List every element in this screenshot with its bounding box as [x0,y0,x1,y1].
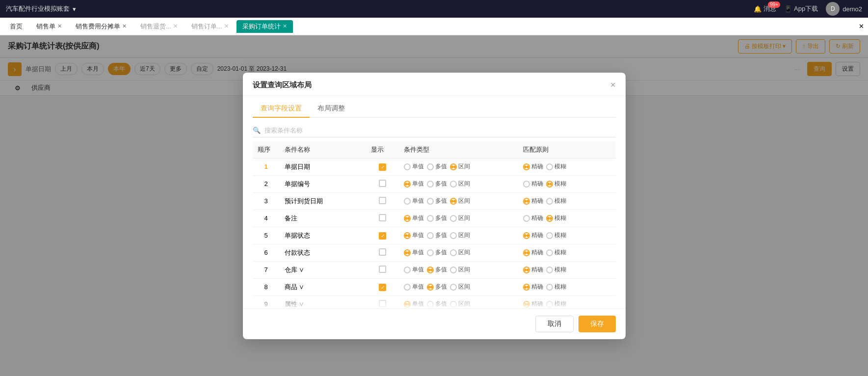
display-checkbox[interactable] [379,284,386,291]
type-multi-radio[interactable]: 多值 [427,180,447,188]
match-fuzzy-radio[interactable]: 模糊 [546,180,566,188]
row-display-checkbox[interactable] [366,210,398,227]
type-multi-radio[interactable]: 多值 [427,197,447,205]
match-exact-radio[interactable]: 精确 [523,162,543,171]
match-exact-radio[interactable]: 精确 [523,248,543,257]
cancel-button[interactable]: 取消 [535,316,574,332]
type-range-radio[interactable]: 区间 [450,180,470,188]
match-exact-radio[interactable]: 精确 [523,197,543,205]
table-row: 6付款状态 单值 多值 区间 精确 [253,244,616,261]
type-single-radio[interactable]: 单值 [404,248,424,257]
match-exact-radio[interactable]: 精确 [523,180,543,188]
tab-sales3[interactable]: 销售退货... ✕ [134,20,184,33]
type-single-radio[interactable]: 单值 [404,283,424,291]
radio-circle-fuzzy [546,198,553,205]
radio-circle-single [404,267,411,273]
row-display-checkbox[interactable] [366,261,398,278]
modal-tab-layout[interactable]: 布局调整 [310,100,353,118]
display-checkbox[interactable] [379,232,386,240]
user-area[interactable]: D demo2 [826,2,862,16]
type-multi-radio[interactable]: 多值 [427,162,447,171]
modal-tab-query-fields[interactable]: 查询字段设置 [253,100,310,118]
match-fuzzy-radio[interactable]: 模糊 [546,214,566,222]
type-range-radio[interactable]: 区间 [450,266,470,274]
type-multi-label: 多值 [435,231,447,240]
match-fuzzy-radio[interactable]: 模糊 [546,283,566,291]
type-single-radio[interactable]: 单值 [404,214,424,222]
row-display-checkbox[interactable] [366,227,398,244]
tab-sales4-close[interactable]: ✕ [224,23,229,29]
row-display-checkbox[interactable] [366,192,398,210]
row-order: 2 [253,175,280,192]
tab-home[interactable]: 首页 [4,20,28,33]
display-checkbox[interactable] [379,266,386,273]
type-range-radio[interactable]: 区间 [450,283,470,291]
display-checkbox[interactable] [379,163,386,171]
type-single-radio[interactable]: 单值 [404,162,424,171]
type-multi-radio[interactable]: 多值 [427,266,447,274]
match-fuzzy-radio[interactable]: 模糊 [546,248,566,257]
match-exact-radio[interactable]: 精确 [523,266,543,274]
modal-close-button[interactable]: × [610,81,616,89]
type-single-radio[interactable]: 单值 [404,231,424,240]
type-single-radio[interactable]: 单值 [404,266,424,274]
type-range-radio[interactable]: 区间 [450,248,470,257]
type-range-radio[interactable]: 区间 [450,300,470,308]
tab-sales3-close[interactable]: ✕ [173,23,178,29]
type-multi-radio[interactable]: 多值 [427,283,447,291]
tab-sales[interactable]: 销售单 ✕ [30,20,68,33]
type-multi-radio[interactable]: 多值 [427,214,447,222]
type-range-radio[interactable]: 区间 [450,162,470,171]
save-button[interactable]: 保存 [579,316,616,332]
display-checkbox[interactable] [379,197,386,204]
modal-search-input[interactable] [264,127,616,134]
match-fuzzy-radio[interactable]: 模糊 [546,231,566,240]
type-single-radio[interactable]: 单值 [404,197,424,205]
match-exact-radio[interactable]: 精确 [523,231,543,240]
match-fuzzy-radio[interactable]: 模糊 [546,162,566,171]
match-exact-radio[interactable]: 精确 [523,283,543,291]
type-range-radio[interactable]: 区间 [450,214,470,222]
row-display-checkbox[interactable] [366,175,398,192]
match-exact-radio[interactable]: 精确 [523,214,543,222]
display-checkbox[interactable] [379,300,386,307]
tab-sales-expense[interactable]: 销售费用分摊单 ✕ [70,20,132,33]
radio-circle-exact [523,284,530,291]
type-single-radio[interactable]: 单值 [404,300,424,308]
tab-sales4[interactable]: 销售订单... ✕ [185,20,235,33]
type-single-radio[interactable]: 单值 [404,180,424,188]
match-fuzzy-label: 模糊 [554,162,566,171]
row-display-checkbox[interactable] [366,244,398,261]
dropdown-icon[interactable]: ▾ [73,5,76,13]
display-checkbox[interactable] [379,248,386,256]
row-match-radios: 精确 模糊 [518,227,616,244]
tab-sales-expense-close[interactable]: ✕ [122,23,127,29]
row-display-checkbox[interactable] [366,278,398,295]
tab-purchase-stats-close[interactable]: ✕ [283,23,287,29]
app-download[interactable]: 📱 App下载 [784,4,818,13]
tab-sales-close[interactable]: ✕ [57,23,62,29]
row-condition-name: 仓库 ∨ [280,261,367,278]
top-nav-right: 🔔 消息 99+ 📱 App下载 D demo2 [754,2,862,16]
row-display-checkbox[interactable] [366,295,398,308]
tab-bar-close[interactable]: ✕ [859,23,864,30]
row-display-checkbox[interactable] [366,158,398,175]
type-multi-radio[interactable]: 多值 [427,231,447,240]
tab-purchase-stats[interactable]: 采购订单统计 ✕ [237,20,293,33]
match-fuzzy-radio[interactable]: 模糊 [546,197,566,205]
display-checkbox[interactable] [379,214,386,221]
type-range-radio[interactable]: 区间 [450,197,470,205]
match-fuzzy-radio[interactable]: 模糊 [546,300,566,308]
match-exact-radio[interactable]: 精确 [523,300,543,308]
type-multi-label: 多值 [435,266,447,274]
radio-circle-single [404,163,411,170]
type-multi-radio[interactable]: 多值 [427,248,447,257]
notification-area[interactable]: 🔔 消息 99+ [754,4,776,13]
type-range-radio[interactable]: 区间 [450,231,470,240]
radio-circle-exact [523,267,530,273]
row-condition-name: 单据日期 [280,158,367,175]
match-fuzzy-radio[interactable]: 模糊 [546,266,566,274]
type-multi-radio[interactable]: 多值 [427,300,447,308]
row-type-radios: 单值 多值 区间 [399,244,518,261]
display-checkbox[interactable] [379,180,386,187]
